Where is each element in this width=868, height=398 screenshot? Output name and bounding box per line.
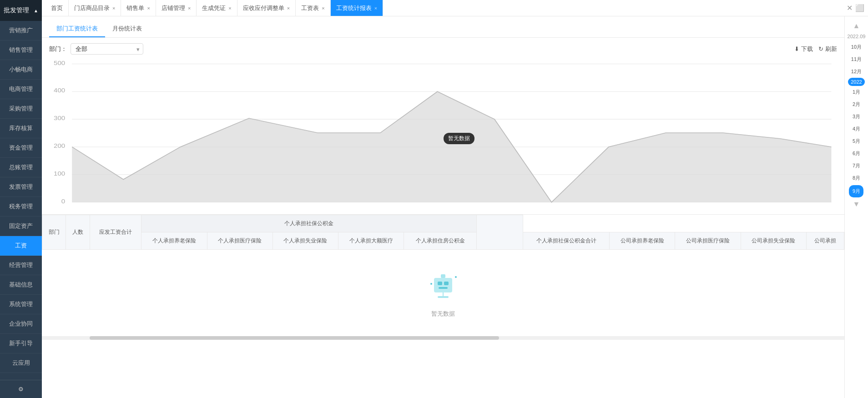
timeline-next[interactable]: ▼	[851, 198, 862, 210]
tab-close-icon[interactable]: ×	[112, 5, 115, 11]
timeline-item-5月[interactable]: 5月	[848, 135, 864, 147]
svg-point-20	[455, 276, 457, 278]
dept-select-wrap: 全部	[71, 43, 143, 55]
dept-label: 部门：	[49, 45, 67, 53]
sidebar-item-新手引导[interactable]: 新手引导	[0, 334, 42, 353]
sub-tab-部门工资统计表[interactable]: 部门工资统计表	[49, 21, 105, 37]
svg-rect-14	[438, 282, 442, 285]
download-button[interactable]: ⬇ 下载	[794, 45, 813, 53]
refresh-button[interactable]: ↻ 刷新	[818, 45, 837, 53]
timeline-item-1月[interactable]: 1月	[848, 86, 864, 98]
th-personal-housing: 个人承担住房公积金	[404, 232, 477, 250]
sidebar-item-云应用[interactable]: 云应用	[0, 353, 42, 373]
empty-text: 暂无数据	[431, 310, 455, 318]
sidebar-item-固定资产[interactable]: 固定资产	[0, 217, 42, 236]
timeline-items: 10月11月12月20221月2月3月4月5月6月7月8月9月	[848, 41, 864, 198]
sidebar-settings[interactable]: ⚙	[0, 380, 42, 398]
tab-销售单[interactable]: 销售单×	[121, 0, 156, 16]
sidebar-collapse-icon: ▲	[34, 8, 38, 13]
timeline-item-9月[interactable]: 9月	[849, 185, 863, 197]
timeline-item-4月[interactable]: 4月	[848, 123, 864, 135]
tab-工资表[interactable]: 工资表×	[296, 0, 330, 16]
scroll-bar-thumb[interactable]	[90, 336, 499, 340]
th-personal-major-medical: 个人承担大额医疗	[338, 232, 404, 250]
sidebar-title[interactable]: 批发管理 ▲	[0, 0, 42, 21]
sidebar-item-销售管理[interactable]: 销售管理	[0, 40, 42, 60]
sidebar: 批发管理 ▲ 营销推广销售管理小畅电商电商管理采购管理库存核算资金管理总账管理发…	[0, 0, 42, 398]
dept-select[interactable]: 全部	[71, 43, 143, 55]
th-company-other: 公司承担	[806, 232, 844, 250]
th-company-unemployment: 公司承担失业保险	[741, 232, 806, 250]
page-body: 部门工资统计表月份统计表 部门： 全部 ⬇ 下载 ↻ 刷新	[42, 16, 844, 398]
table-wrapper: 部门 人数 应发工资合计 个人承担社保公积金 个人承担养老保险 个人承担医疗保险…	[42, 214, 844, 340]
toolbar-right: ⬇ 下载 ↻ 刷新	[794, 45, 837, 53]
tab-close-icon[interactable]: ×	[287, 5, 290, 11]
sidebar-item-资金管理[interactable]: 资金管理	[0, 138, 42, 158]
timeline-item-12月[interactable]: 12月	[848, 65, 864, 78]
restore-icon[interactable]: ⬜	[855, 4, 864, 12]
sidebar-item-电商管理[interactable]: 电商管理	[0, 80, 42, 99]
th-company-pension: 公司承担养老保险	[610, 232, 675, 250]
sidebar-item-营销推广[interactable]: 营销推广	[0, 21, 42, 40]
sidebar-item-总账管理[interactable]: 总账管理	[0, 158, 42, 177]
sidebar-item-发票管理[interactable]: 发票管理	[0, 177, 42, 197]
tab-close-icon[interactable]: ×	[322, 5, 324, 11]
timeline-item-10月[interactable]: 10月	[848, 41, 864, 53]
timeline-item-11月[interactable]: 11月	[848, 53, 864, 65]
timeline-item-7月[interactable]: 7月	[848, 160, 864, 172]
svg-marker-12	[72, 91, 831, 202]
th-count: 人数	[66, 215, 90, 250]
th-dept: 部门	[42, 215, 66, 250]
download-label: 下载	[801, 45, 813, 53]
sidebar-item-企业协同[interactable]: 企业协同	[0, 314, 42, 334]
chart-svg: 0 100 200 300 400 500	[49, 60, 837, 206]
timeline-item-2022[interactable]: 2022	[848, 78, 864, 86]
sidebar-item-小畅电商[interactable]: 小畅电商	[0, 60, 42, 80]
tab-店铺管理[interactable]: 店铺管理×	[156, 0, 197, 16]
tab-close-icon[interactable]: ×	[228, 5, 231, 11]
sidebar-item-税务管理[interactable]: 税务管理	[0, 197, 42, 217]
svg-rect-16	[439, 287, 448, 289]
sidebar-item-工资[interactable]: 工资	[0, 236, 42, 256]
tab-bar-close[interactable]: ✕ ⬜	[847, 4, 864, 12]
toolbar-left: 部门： 全部	[49, 43, 143, 55]
th-personal-unemployment: 个人承担失业保险	[273, 232, 338, 250]
scroll-bar-wrapper	[42, 336, 844, 340]
sidebar-item-系统管理[interactable]: 系统管理	[0, 295, 42, 314]
th-company	[476, 215, 523, 250]
timeline-item-2月[interactable]: 2月	[848, 98, 864, 111]
svg-rect-15	[444, 282, 449, 285]
svg-text:300: 300	[54, 115, 65, 121]
sidebar-item-基础信息[interactable]: 基础信息	[0, 275, 42, 295]
tab-close-icon[interactable]: ×	[374, 5, 377, 11]
sidebar-item-采购管理[interactable]: 采购管理	[0, 99, 42, 119]
content-area: 部门工资统计表月份统计表 部门： 全部 ⬇ 下载 ↻ 刷新	[42, 16, 868, 398]
sub-tab-月份统计表[interactable]: 月份统计表	[105, 21, 149, 37]
timeline-prev[interactable]: ▲	[851, 20, 862, 32]
sidebar-items: 营销推广销售管理小畅电商电商管理采购管理库存核算资金管理总账管理发票管理税务管理…	[0, 21, 42, 373]
download-icon: ⬇	[794, 45, 799, 52]
th-personal-pension: 个人承担养老保险	[141, 232, 207, 250]
th-company-medical: 公司承担医疗保险	[675, 232, 741, 250]
empty-state: 暂无数据	[42, 250, 844, 336]
svg-rect-19	[438, 296, 449, 298]
tab-close-icon[interactable]: ×	[188, 5, 191, 11]
timeline-item-8月[interactable]: 8月	[848, 172, 864, 184]
empty-icon	[425, 268, 461, 304]
timeline-item-6月[interactable]: 6月	[848, 147, 864, 160]
tab-首页[interactable]: 首页	[45, 0, 69, 16]
sidebar-item-经营管理[interactable]: 经营管理	[0, 256, 42, 275]
toolbar: 部门： 全部 ⬇ 下载 ↻ 刷新	[42, 38, 844, 60]
svg-rect-13	[434, 278, 452, 292]
timeline-item-3月[interactable]: 3月	[848, 111, 864, 123]
close-all-icon[interactable]: ✕	[847, 4, 853, 12]
tab-应收应付调整单[interactable]: 应收应付调整单×	[237, 0, 296, 16]
th-personal-total: 个人承担社保公积金合计	[523, 232, 609, 250]
sidebar-title-label: 批发管理	[4, 6, 29, 15]
sidebar-item-库存核算[interactable]: 库存核算	[0, 119, 42, 138]
tab-生成凭证[interactable]: 生成凭证×	[197, 0, 237, 16]
tab-门店商品目录[interactable]: 门店商品目录×	[69, 0, 121, 16]
tab-close-icon[interactable]: ×	[147, 5, 150, 11]
tab-工资统计报表[interactable]: 工资统计报表×	[331, 0, 383, 16]
refresh-icon: ↻	[818, 45, 823, 52]
